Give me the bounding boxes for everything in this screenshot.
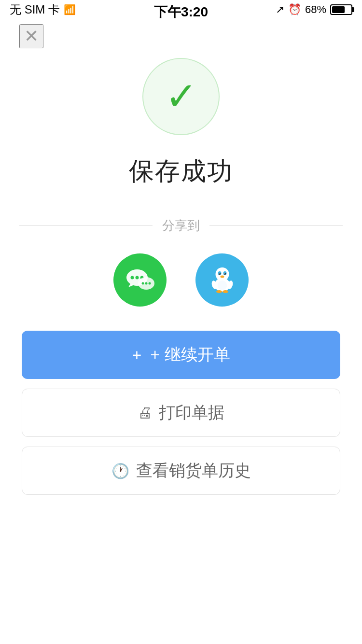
plus-icon: + [132,346,141,364]
svg-point-6 [145,282,147,284]
print-icon: 🖨 [138,405,152,421]
main-content: ✓ 保存成功 分享到 [0,19,362,495]
wifi-icon: 📶 [64,4,76,15]
battery-percent: 68% [305,3,326,16]
wechat-icon [125,267,156,294]
location-icon: ↗ [276,3,284,16]
share-section: 分享到 [0,217,362,307]
svg-point-13 [219,273,220,274]
wechat-share-button[interactable] [113,253,167,307]
svg-point-2 [135,276,139,279]
svg-point-7 [148,282,151,284]
qq-icon [209,266,236,294]
history-label: 查看销货单历史 [136,460,251,482]
svg-point-15 [220,276,224,278]
share-label: 分享到 [162,217,200,234]
print-button[interactable]: 🖨 打印单据 [22,389,340,437]
print-label: 打印单据 [159,402,224,424]
svg-point-21 [223,290,228,293]
alarm-icon: ⏰ [288,3,301,16]
continue-label: + 继续开单 [150,344,230,366]
history-button[interactable]: 🕐 查看销货单历史 [22,447,340,495]
success-circle: ✓ [142,58,220,135]
sim-status: 无 SIM 卡 [10,2,60,17]
svg-point-14 [224,273,225,274]
svg-point-20 [216,290,222,293]
action-buttons: + + 继续开单 🖨 打印单据 🕐 查看销货单历史 [22,331,340,495]
svg-point-5 [141,282,144,284]
status-right: ↗ ⏰ 68% [276,3,352,16]
status-left: 无 SIM 卡 📶 [10,2,76,17]
share-icons-row [19,253,343,307]
svg-point-17 [217,280,227,290]
battery-icon [330,4,352,15]
share-divider-right [209,225,343,226]
share-divider-row: 分享到 [19,217,343,234]
status-bar: 无 SIM 卡 📶 下午3:20 ↗ ⏰ 68% [0,0,362,19]
share-divider-left [19,225,153,226]
close-icon: ✕ [24,28,39,45]
history-icon: 🕐 [111,462,129,479]
qq-share-button[interactable] [195,253,249,307]
svg-point-1 [130,276,134,279]
close-button[interactable]: ✕ [19,24,43,48]
success-title: 保存成功 [129,154,233,188]
checkmark-icon: ✓ [165,77,197,116]
continue-button[interactable]: + + 继续开单 [22,331,340,379]
status-time: 下午3:20 [154,3,208,21]
